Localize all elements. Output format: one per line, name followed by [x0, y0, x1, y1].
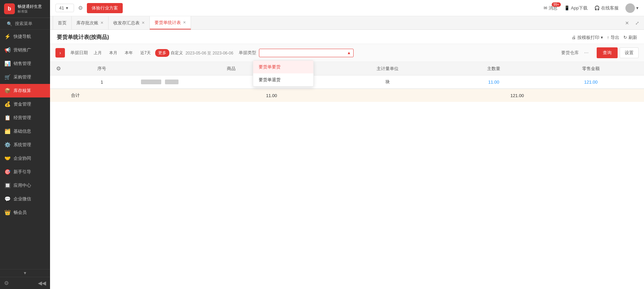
tab-close-icon[interactable]: ✕: [100, 21, 103, 25]
sidebar-item-basic[interactable]: 🗂️ 基础信息: [0, 125, 50, 138]
app-center-icon: 🔲: [4, 182, 11, 189]
enterprise-icon: 🤝: [4, 155, 11, 162]
sidebar-item-app-center[interactable]: 🔲 应用中心: [0, 179, 50, 192]
logo-title: 畅捷通好生意: [18, 4, 42, 9]
sidebar-item-operation[interactable]: 📋 经营管理: [0, 111, 50, 125]
warehouse-filter-label: 要货仓库: [561, 50, 579, 56]
member-icon: 👑: [4, 209, 11, 216]
collapse-icon[interactable]: ◀◀: [38, 280, 46, 286]
qty-link[interactable]: 11.00: [488, 80, 499, 85]
sidebar-item-member[interactable]: 👑 畅会员: [0, 206, 50, 219]
tabbar: 首页 库存批次账 ✕ 收发存汇总表 ✕ 要货单统计表 ✕ ✕ ⤢: [50, 16, 644, 30]
topbar-settings-icon[interactable]: ⚙: [78, 5, 83, 11]
company-selector[interactable]: 41 ▾: [55, 4, 74, 12]
sidebar-item-enterprise[interactable]: 🤝 企业协同: [0, 152, 50, 165]
footer-label: 合计: [54, 92, 149, 98]
basic-icon: 🗂️: [4, 128, 11, 135]
topbar-right: ✉ 消息 99+ 📱 App下载 🎧 在线客服 ▾: [544, 3, 639, 13]
phone-icon: 📱: [564, 5, 570, 10]
row-amount[interactable]: 121.00: [538, 75, 644, 89]
sidebar-item-guide[interactable]: 🎯 新手引导: [0, 165, 50, 179]
type-input[interactable]: [259, 49, 354, 57]
date-buttons: 上月 本月 本年 近7天 更多 自定义: [91, 49, 183, 57]
sidebar-item-purchase[interactable]: 🛒 采购管理: [0, 70, 50, 84]
col-unit: 主计量单位: [325, 62, 450, 75]
sidebar-item-label: 营销推广: [14, 47, 31, 53]
app-download-btn[interactable]: 📱 App下载: [564, 5, 588, 11]
refresh-icon: ↻: [623, 35, 627, 40]
product-blurred2: [165, 80, 178, 84]
dropdown-item-order-goods[interactable]: 要货单要货: [253, 61, 313, 73]
date-btn-this-month[interactable]: 本月: [106, 49, 120, 57]
amount-link[interactable]: 121.00: [584, 80, 598, 85]
data-table: ⚙ 序号 商品 主计量单位 主数量 零售金额 1: [50, 62, 644, 89]
export-button[interactable]: ↑ 导出: [607, 35, 620, 41]
filter-bar: › 单据日期 上月 本月 本年 近7天 更多 自定义 2023-05-06 至 …: [50, 44, 644, 62]
sidebar-item-system[interactable]: ⚙️ 系统管理: [0, 138, 50, 152]
sidebar-search[interactable]: 🔍 搜索菜单: [0, 18, 50, 30]
sidebar-search-label: 搜索菜单: [15, 21, 32, 27]
trial-button[interactable]: 体验行业方案: [87, 3, 123, 13]
logo-sub: 标准版: [18, 9, 42, 14]
date-btn-last-month[interactable]: 上月: [91, 49, 105, 57]
refresh-button[interactable]: ↻ 刷新: [623, 35, 637, 41]
message-icon: ✉: [544, 5, 547, 10]
sidebar-item-label: 经营管理: [14, 115, 31, 121]
table-header-row: ⚙ 序号 商品 主计量单位 主数量 零售金额: [50, 62, 644, 75]
col-amount: 零售金额: [538, 62, 644, 75]
wechat-icon: 💬: [4, 196, 11, 202]
date-filter-group: 单据日期 上月 本月 本年 近7天 更多 自定义 2023-05-06 至 20…: [70, 49, 233, 57]
tab-close-icon[interactable]: ✕: [142, 21, 145, 25]
page-title: 要货单统计表(按商品): [57, 34, 109, 41]
sales-icon: 📊: [4, 60, 11, 67]
query-button[interactable]: 查询: [597, 47, 618, 58]
chevron-down-icon: ▾: [601, 35, 603, 40]
sidebar-item-label: 资金管理: [14, 101, 31, 107]
refresh-label: 刷新: [628, 35, 637, 41]
user-avatar[interactable]: ▾: [625, 3, 639, 13]
type-dropdown: 要货单要货 要货单退货: [253, 60, 314, 87]
sidebar-item-label: 畅会员: [14, 209, 27, 216]
main-area: 41 ▾ ⚙ 体验行业方案 ✉ 消息 99+ 📱 App下载 🎧 在线客服 ▾: [50, 0, 644, 289]
tab-label: 库存批次账: [76, 20, 98, 26]
tab-close-icon[interactable]: ✕: [183, 20, 186, 25]
inventory-icon: 📦: [4, 87, 11, 94]
tab-close-all-icon[interactable]: ✕: [623, 19, 631, 27]
date-btn-custom[interactable]: 自定义: [171, 50, 183, 56]
print-button[interactable]: 🖨 按模板打印 ▾: [572, 35, 603, 41]
settings-button[interactable]: 设置: [620, 47, 639, 58]
dropdown-item-order-return[interactable]: 要货单退货: [253, 73, 313, 86]
tab-order-stat[interactable]: 要货单统计表 ✕: [150, 16, 191, 29]
purchase-icon: 🛒: [4, 74, 11, 81]
row-unit: 块: [325, 75, 450, 89]
sidebar-item-finance[interactable]: 💰 资金管理: [0, 97, 50, 111]
sidebar-item-marketing[interactable]: 📢 营销推广: [0, 43, 50, 57]
sidebar-item-wechat[interactable]: 💬 企业微信: [0, 192, 50, 206]
print-icon: 🖨: [572, 35, 576, 40]
table-settings-icon[interactable]: ⚙: [56, 66, 61, 71]
tab-receivable-summary[interactable]: 收发存汇总表 ✕: [109, 16, 150, 29]
col-settings[interactable]: ⚙: [50, 62, 67, 75]
settings-bottom-icon[interactable]: ⚙: [4, 280, 9, 286]
sidebar-item-label: 应用中心: [14, 182, 31, 188]
topbar: 41 ▾ ⚙ 体验行业方案 ✉ 消息 99+ 📱 App下载 🎧 在线客服 ▾: [50, 0, 644, 16]
sidebar-item-quick-nav[interactable]: ⚡ 快捷导航: [0, 30, 50, 43]
col-qty: 主数量: [450, 62, 538, 75]
tab-home[interactable]: 首页: [53, 16, 72, 29]
row-qty[interactable]: 11.00: [450, 75, 538, 89]
tab-maximize-icon[interactable]: ⤢: [633, 19, 641, 27]
tab-inventory-batch[interactable]: 库存批次账 ✕: [72, 16, 109, 29]
sidebar-item-sales[interactable]: 📊 销售管理: [0, 57, 50, 70]
sidebar-scroll-down[interactable]: ▼: [0, 269, 50, 277]
logo-text: 畅捷通好生意 标准版: [18, 4, 42, 14]
filter-more-icon[interactable]: ···: [584, 50, 589, 56]
filter-expand-button[interactable]: ›: [55, 48, 65, 58]
date-btn-last-7days[interactable]: 近7天: [137, 49, 154, 57]
messages-btn[interactable]: ✉ 消息 99+: [544, 5, 557, 11]
date-btn-more[interactable]: 更多: [155, 49, 169, 57]
date-btn-this-year[interactable]: 本年: [122, 49, 136, 57]
sidebar-item-label: 销售管理: [14, 61, 31, 67]
online-service-btn[interactable]: 🎧 在线客服: [594, 5, 619, 11]
sidebar-item-inventory[interactable]: 📦 库存核算: [0, 84, 50, 97]
tab-label: 收发存汇总表: [113, 20, 140, 26]
